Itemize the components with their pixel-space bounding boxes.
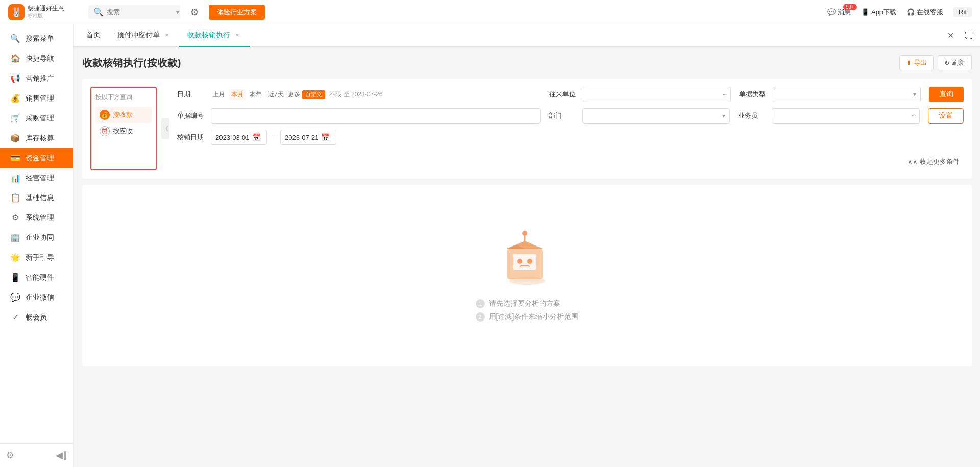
search-menu-icon: 🔍 [10,34,20,43]
dept-select[interactable]: ▾ [582,108,730,124]
collapse-more-button[interactable]: ∧∧ 收起更多条件 [903,153,964,170]
industry-button[interactable]: 体验行业方案 [209,5,265,20]
logo-icon: 🐰 [8,4,24,20]
service-icon: 🎧 [906,8,915,16]
sidebar-item-label: 资金管理 [26,154,54,163]
sidebar-item-system[interactable]: ⚙ 系统管理 [0,208,74,228]
filter-option-by-receipt[interactable]: 💰 按收款 [95,107,152,123]
tab-close-all-button[interactable]: ✕ [943,29,958,43]
writeoff-date-to-value: 2023-07-21 [285,134,319,141]
filter-writeoff-date-cell: 核销日期 2023-03-01 📅 — 2023-07-21 📅 [177,130,964,145]
filter-staff-cell: 业务员 ··· [738,108,920,124]
svg-point-6 [517,259,522,264]
sidebar-item-enterprise[interactable]: 🏢 企业协同 [0,228,74,248]
filter-panel: 按以下方查询 💰 按收款 ⏰ 按应收 《 [82,79,972,179]
purchase-icon: 🛒 [10,113,20,123]
sales-icon: 💰 [10,93,20,103]
hint-num-2: 2 [476,312,485,322]
staff-dots-icon: ··· [912,111,915,120]
writeoff-date-label: 核销日期 [177,133,208,142]
sidebar-item-smart-hw[interactable]: 📱 智能硬件 [0,267,74,287]
writeoff-date-to-input[interactable]: 2023-07-21 📅 [280,130,336,145]
sidebar-item-quick-nav[interactable]: 🏠 快捷导航 [0,48,74,68]
sidebar-item-label: 新手引导 [26,253,54,262]
message-icon: 💬 [827,8,836,16]
filter-dept-cell: 部门 ▾ [549,108,730,124]
sidebar-item-beginner[interactable]: 🌟 新手引导 [0,248,74,267]
user-name[interactable]: Rit [953,7,972,17]
refresh-icon: ↻ [944,59,950,67]
header-search-box[interactable]: 🔍 ▾ [88,5,180,19]
sidebar-item-label: 企业微信 [26,293,54,302]
query-btn-cell: 查询 [929,87,964,102]
message-badge: 99+ [843,4,857,10]
filter-receivable-icon: ⏰ [100,126,110,136]
svg-rect-5 [513,254,536,270]
filter-collapse-button[interactable]: 《 [161,118,169,139]
writeoff-date-from-input[interactable]: 2023-03-01 📅 [211,130,267,145]
inventory-icon: 📦 [10,133,20,143]
export-button[interactable]: ⬆ 导出 [899,55,934,70]
collapse-row: ∧∧ 收起更多条件 [177,151,964,170]
voucher-no-input[interactable] [211,108,541,124]
sidebar-item-marketing[interactable]: 📢 营销推广 [0,68,74,88]
empty-state: 1 请先选择要分析的方案 2 用[过滤]条件来缩小分析范围 [82,185,972,366]
sidebar: 🔍 搜索菜单 🏠 快捷导航 📢 营销推广 💰 销售管理 🛒 采购管理 📦 [0,24,74,467]
filter-grid: 日期 上月 本月 本年 近7天 更多 自定义 不限 至 2023-07-26 [177,87,964,170]
search-input[interactable] [107,8,173,16]
sidebar-settings-icon[interactable]: ⚙ [6,450,14,461]
date-quick-this-year[interactable]: 本年 [248,89,264,100]
header-right: 💬 消息 99+ 📱 App下载 🎧 在线客服 Rit [827,7,972,17]
sidebar-item-inventory[interactable]: 📦 库存核算 [0,128,74,148]
sidebar-item-label: 智能硬件 [26,273,54,282]
tab-home[interactable]: 首页 [78,24,109,47]
tab-prepay[interactable]: 预付冲应付单 × [109,24,179,47]
sidebar-item-enterprise-wx[interactable]: 💬 企业微信 [0,287,74,307]
filter-receipt-icon: 💰 [100,110,110,120]
empty-svg [497,226,558,287]
date-more-button[interactable]: 更多 [288,90,300,99]
sidebar-item-sales[interactable]: 💰 销售管理 [0,88,74,108]
message-button[interactable]: 💬 消息 99+ [827,8,851,17]
system-icon: ⚙ [10,213,20,223]
tab-receive-writeoff[interactable]: 收款核销执行 × [179,24,250,47]
date-custom-badge[interactable]: 自定义 [302,90,325,99]
voucher-type-select[interactable]: ▾ [773,87,921,102]
app-download-button[interactable]: 📱 App下载 [861,8,896,17]
filter-option-by-receivable[interactable]: ⏰ 按应收 [95,123,152,139]
settings-button[interactable]: 设置 [928,108,964,124]
staff-select[interactable]: ··· [772,108,920,124]
tab-prepay-label: 预付冲应付单 [117,31,160,40]
sidebar-item-member[interactable]: ✓ 畅会员 [0,307,74,327]
date-quick-this-month[interactable]: 本月 [229,89,246,100]
tab-receive-writeoff-label: 收款核销执行 [187,31,230,40]
sidebar-item-operations[interactable]: 📊 经营管理 [0,168,74,188]
finance-icon: 💳 [10,153,20,163]
marketing-icon: 📢 [10,73,20,83]
filter-option2-label: 按应收 [113,127,133,136]
app-sub: 标准版 [28,12,64,19]
refresh-button[interactable]: ↻ 刷新 [938,55,972,70]
svg-point-7 [527,259,532,264]
sidebar-item-search-menu[interactable]: 🔍 搜索菜单 [0,29,74,48]
quick-nav-icon: 🏠 [10,54,20,63]
query-button[interactable]: 查询 [929,87,964,102]
gear-button[interactable]: ⚙ [186,4,203,20]
sidebar-item-purchase[interactable]: 🛒 采购管理 [0,108,74,128]
sidebar-item-finance[interactable]: 💳 资金管理 [0,148,74,168]
filter-counterpart-cell: 往来单位 ··· [549,87,731,102]
tab-prepay-close[interactable]: × [163,31,171,39]
sidebar-collapse-icon[interactable]: ◀‖ [56,450,67,461]
sidebar-item-label: 经营管理 [26,174,54,183]
tab-maximize-button[interactable]: ⛶ [962,29,976,43]
calendar-to-icon: 📅 [321,133,330,141]
date-quick-last-month[interactable]: 上月 [211,89,227,100]
sidebar-item-basic-info[interactable]: 📋 基础信息 [0,188,74,208]
date-quick-7days[interactable]: 近7天 [266,89,286,100]
tab-receive-writeoff-close[interactable]: × [233,31,241,39]
sidebar-bottom: ⚙ ◀‖ [0,443,74,467]
filter-voucher-type-cell: 单据类型 ▾ [739,87,921,102]
online-service-button[interactable]: 🎧 在线客服 [906,8,943,17]
counterpart-select[interactable]: ··· [583,87,731,102]
filter-sidebar-title: 按以下方查询 [95,93,152,102]
